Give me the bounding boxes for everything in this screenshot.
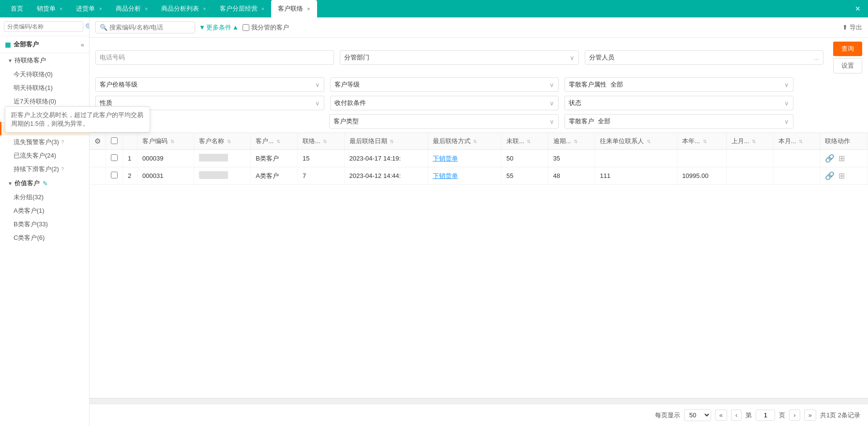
more-conditions-btn[interactable]: ▼ 更多条件 ▲ xyxy=(199,23,239,32)
row2-checkbox[interactable] xyxy=(111,172,118,178)
sidebar-lost-predict[interactable]: 流失预警客户(3) ? xyxy=(0,135,89,149)
row2-category: A类客户 xyxy=(251,167,298,185)
next-page-button[interactable]: › xyxy=(789,410,800,421)
row2-last-contact-way[interactable]: 下销货单 xyxy=(427,167,501,185)
row2-last-month xyxy=(726,167,773,185)
phone-filter[interactable]: 电话号码 xyxy=(95,50,334,65)
window-close-button[interactable]: × xyxy=(851,4,864,14)
close-analysis-list-tab[interactable]: × xyxy=(203,0,206,17)
sidebar-today-pending[interactable]: 今天待联络(0) xyxy=(0,68,89,81)
nav-home[interactable]: 首页 xyxy=(4,0,30,17)
row1-last-contact-way[interactable]: 下销货单 xyxy=(427,150,501,167)
col-last-month: 上月... ⇅ xyxy=(726,133,773,150)
this-month-sort-icon[interactable]: ⇅ xyxy=(799,139,803,144)
top-nav: 首页 销货单 × 进货单 × 商品分析 × 商品分析列表 × 客户分层经营 × … xyxy=(0,0,868,17)
col-overdue: 逾期... ⇅ xyxy=(548,133,595,150)
close-purchase-tab[interactable]: × xyxy=(99,0,102,17)
settings-button[interactable]: 设置 xyxy=(833,58,862,73)
close-customer-mgmt-tab[interactable]: × xyxy=(261,0,264,17)
row1-link-icon[interactable]: 🔗 xyxy=(825,154,835,163)
sidebar-lost[interactable]: 已流失客户(24) xyxy=(0,149,89,162)
customer-level-filter[interactable]: 客户等级 ∨ xyxy=(330,77,559,92)
sidebar-declining[interactable]: 持续下滑客户(2) ? xyxy=(0,162,89,176)
export-button[interactable]: ⬆ 导出 xyxy=(842,23,862,32)
nav-sales[interactable]: 销货单 × xyxy=(30,0,69,17)
last-month-sort-icon[interactable]: ⇅ xyxy=(752,139,756,144)
price-level-filter[interactable]: 客户价格等级 ∨ xyxy=(95,77,324,92)
row1-code: 000039 xyxy=(137,150,194,167)
department-filter[interactable]: 分管部门 ∨ xyxy=(340,50,579,65)
sidebar: 🔍 ▦ 全部客户 « ▼ 待联络客户 今天待联络(0) 明天待联络(1) 近7天… xyxy=(0,17,90,426)
declining-info-icon[interactable]: ? xyxy=(61,166,64,172)
table-row: 1 000039 B类客户 15 2023-04-17 14:19: 下销货单 … xyxy=(90,150,868,167)
table-area: ⚙ 客户编码 ⇅ 客户名称 ⇅ xyxy=(90,133,868,398)
last-page-button[interactable]: » xyxy=(804,410,816,421)
close-sales-tab[interactable]: × xyxy=(60,0,62,17)
nav-purchase[interactable]: 进货单 × xyxy=(69,0,108,17)
row2-link-icon[interactable]: 🔗 xyxy=(825,171,835,180)
last-contact-way-sort-icon[interactable]: ⇅ xyxy=(473,139,477,144)
sidebar-ungrouped[interactable]: 未分组(32) xyxy=(0,191,89,204)
row1-checkbox[interactable] xyxy=(111,154,118,161)
nav-analysis-list[interactable]: 商品分析列表 × xyxy=(154,0,213,17)
my-customer-checkbox-area[interactable]: 我分管的客户 xyxy=(243,23,289,32)
row1-name-blurred xyxy=(199,154,228,162)
unread-sort-icon[interactable]: ⇅ xyxy=(527,139,531,144)
value-group-header[interactable]: ▼ 价值客户 ✎ xyxy=(0,176,89,191)
first-page-button[interactable]: « xyxy=(715,410,727,421)
nav-customer-contact[interactable]: 客户联络 × xyxy=(271,0,317,17)
main-search-input[interactable] xyxy=(109,24,191,31)
scatter-filter[interactable]: 零散客户 全部 ∨ xyxy=(564,114,793,129)
contact-sort-icon[interactable]: ⇅ xyxy=(323,139,327,144)
table-gear-icon[interactable]: ⚙ xyxy=(94,137,101,145)
page-number-input[interactable] xyxy=(756,410,775,421)
overdue-sort-icon[interactable]: ⇅ xyxy=(574,139,578,144)
manager-filter[interactable]: 分管人员 ... xyxy=(585,50,823,65)
collapse-sidebar-icon[interactable]: « xyxy=(81,41,84,48)
close-customer-contact-tab[interactable]: × xyxy=(307,0,310,17)
filter-bar: 🔍 ▼ 更多条件 ▲ 我分管的客户 ⬆ 导出 xyxy=(90,17,868,38)
lost-predict-info-icon[interactable]: ? xyxy=(61,139,64,145)
prev-page-button[interactable]: ‹ xyxy=(731,410,742,421)
last-contact-date-sort-icon[interactable]: ⇅ xyxy=(390,139,394,144)
row1-grid-icon[interactable]: ⊞ xyxy=(838,154,845,163)
sidebar-search-input[interactable] xyxy=(4,21,83,32)
row1-category: B类客户 xyxy=(251,150,298,167)
payment-filter[interactable]: 收付款条件 ∨ xyxy=(330,96,559,110)
export-icon: ⬆ xyxy=(842,24,848,31)
scatter-attr-chevron-icon: ∨ xyxy=(784,81,789,88)
value-arrow-icon: ▼ xyxy=(8,181,13,186)
nav-customer-mgmt[interactable]: 客户分层经营 × xyxy=(213,0,271,17)
row2-grid-icon[interactable]: ⊞ xyxy=(838,171,845,180)
row2-name xyxy=(194,167,251,185)
sidebar-a-customers[interactable]: A类客户(1) xyxy=(0,204,89,218)
row1-this-year xyxy=(677,150,727,167)
filter-icon: ▼ xyxy=(199,24,205,31)
code-sort-icon[interactable]: ⇅ xyxy=(170,139,174,144)
pending-group-header[interactable]: ▼ 待联络客户 xyxy=(0,53,89,68)
scatter-attr-filter[interactable]: 零散客户属性 全部 ∨ xyxy=(564,77,793,92)
close-analysis-tab[interactable]: × xyxy=(145,0,148,17)
sidebar-tomorrow-pending[interactable]: 明天待联络(1) xyxy=(0,81,89,95)
horizontal-scrollbar[interactable] xyxy=(90,398,868,404)
sidebar-c-customers[interactable]: C类客户(6) xyxy=(0,231,89,245)
col-contact: 联络... ⇅ xyxy=(297,133,344,150)
status-filter[interactable]: 状态 ∨ xyxy=(564,96,793,110)
this-year-sort-icon[interactable]: ⇅ xyxy=(703,139,707,144)
unit-contact-sort-icon[interactable]: ⇅ xyxy=(647,139,651,144)
my-customer-checkbox[interactable] xyxy=(243,24,249,31)
value-group-edit-icon[interactable]: ✎ xyxy=(43,180,48,187)
select-all-checkbox[interactable] xyxy=(111,137,118,144)
name-sort-icon[interactable]: ⇅ xyxy=(227,139,231,144)
category-sort-icon[interactable]: ⇅ xyxy=(276,139,280,144)
page-size-select[interactable]: 50 100 200 xyxy=(684,409,711,421)
search-box[interactable]: 🔍 xyxy=(95,21,195,33)
row2-name-blurred xyxy=(199,171,228,179)
nav-analysis[interactable]: 商品分析 × xyxy=(109,0,154,17)
customer-type-filter[interactable]: 客户类型 ∨ xyxy=(329,114,558,129)
query-button[interactable]: 查询 xyxy=(833,42,862,56)
sidebar-search-icon[interactable]: 🔍 xyxy=(85,23,90,30)
sidebar-b-customers[interactable]: B类客户(33) xyxy=(0,218,89,231)
all-customers-header[interactable]: ▦ 全部客户 « xyxy=(0,36,89,53)
col-unread: 未联... ⇅ xyxy=(501,133,548,150)
